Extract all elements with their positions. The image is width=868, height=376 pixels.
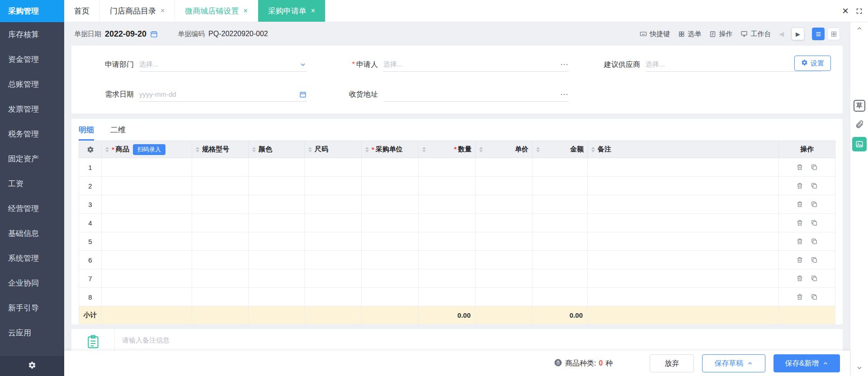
cell-size[interactable] [305, 251, 362, 269]
sidebar-item[interactable]: 总账管理 [0, 72, 64, 97]
settings-button[interactable]: 设置 [794, 56, 831, 71]
cell-qty[interactable] [419, 177, 476, 195]
sidebar-item[interactable]: 资金管理 [0, 47, 64, 72]
cell-color[interactable] [249, 269, 305, 288]
delete-row-icon[interactable] [796, 238, 803, 245]
image-icon[interactable] [852, 137, 867, 151]
copy-row-icon[interactable] [811, 201, 818, 208]
shortcut-keys-button[interactable]: 快捷键 [640, 30, 670, 38]
cell-spec[interactable] [192, 177, 249, 195]
cell-product[interactable] [102, 195, 192, 214]
calendar-icon[interactable] [299, 91, 307, 98]
cell-unit[interactable] [362, 195, 419, 214]
page-tab[interactable]: 门店商品目录 × [100, 0, 175, 22]
cell-spec[interactable] [192, 288, 249, 306]
cell-product[interactable] [102, 177, 192, 195]
cell-qty[interactable] [419, 288, 476, 306]
sidebar-item[interactable]: 云应用 [0, 320, 64, 345]
delete-row-icon[interactable] [796, 275, 803, 282]
cell-unit[interactable] [362, 214, 419, 232]
calendar-icon[interactable] [150, 30, 158, 38]
doc-code-value[interactable]: PQ-20220920-002 [208, 30, 268, 38]
cell-size[interactable] [305, 158, 362, 177]
sidebar-item[interactable]: 企业协同 [0, 271, 64, 296]
card-view-toggle[interactable] [827, 28, 840, 40]
tab-close-icon[interactable]: × [311, 7, 315, 15]
cell-product[interactable] [102, 214, 192, 232]
cell-price[interactable] [476, 232, 533, 251]
cell-remark[interactable] [588, 158, 779, 177]
sort-icon[interactable] [422, 147, 426, 152]
cell-color[interactable] [249, 288, 305, 306]
cell-unit[interactable] [362, 269, 419, 288]
cell-amount[interactable] [533, 195, 588, 214]
cell-remark[interactable] [588, 232, 779, 251]
cell-qty[interactable] [419, 232, 476, 251]
sidebar-item[interactable]: 固定资产 [0, 146, 64, 171]
cell-size[interactable] [305, 214, 362, 232]
cell-remark[interactable] [588, 177, 779, 195]
cell-qty[interactable] [419, 158, 476, 177]
cell-unit[interactable] [362, 251, 419, 269]
scroll-up-icon[interactable] [856, 25, 863, 32]
copy-row-icon[interactable] [811, 238, 818, 245]
sidebar-item[interactable]: 采购管理 [0, 0, 64, 22]
copy-row-icon[interactable] [811, 219, 818, 226]
cell-price[interactable] [476, 269, 533, 288]
cell-unit[interactable] [362, 288, 419, 306]
cell-unit[interactable] [362, 158, 419, 177]
ellipsis-picker-icon[interactable]: ··· [561, 61, 569, 68]
applicant-input[interactable]: 选择... ··· [383, 57, 569, 72]
tab-detail[interactable]: 明细 [79, 121, 94, 141]
cell-price[interactable] [476, 158, 533, 177]
sort-icon[interactable] [105, 147, 109, 152]
cell-product[interactable] [102, 232, 192, 251]
draft-icon[interactable]: 草 [854, 100, 865, 112]
cancel-button[interactable]: 放弃 [650, 354, 694, 372]
copy-row-icon[interactable] [811, 256, 818, 263]
doc-date-value[interactable]: 2022-09-20 [105, 29, 146, 39]
cell-qty[interactable] [419, 269, 476, 288]
cell-remark[interactable] [588, 251, 779, 269]
cell-remark[interactable] [588, 195, 779, 214]
cell-color[interactable] [249, 195, 305, 214]
sidebar-item[interactable]: 发票管理 [0, 97, 64, 122]
copy-row-icon[interactable] [811, 182, 818, 189]
cell-qty[interactable] [419, 251, 476, 269]
scan-entry-button[interactable]: 扫码录入 [133, 144, 165, 155]
delete-row-icon[interactable] [796, 219, 803, 226]
sort-icon[interactable] [252, 147, 256, 152]
cell-size[interactable] [305, 269, 362, 288]
cell-product[interactable] [102, 288, 192, 306]
need-date-input[interactable]: yyyy-mm-dd [139, 87, 307, 102]
cell-product[interactable] [102, 269, 192, 288]
delete-row-icon[interactable] [796, 164, 803, 171]
cell-price[interactable] [476, 251, 533, 269]
cell-size[interactable] [305, 288, 362, 306]
cell-price[interactable] [476, 288, 533, 306]
tab-close-icon[interactable]: × [243, 7, 247, 15]
cell-remark[interactable] [588, 269, 779, 288]
cell-spec[interactable] [192, 158, 249, 177]
cell-amount[interactable] [533, 177, 588, 195]
cell-unit[interactable] [362, 177, 419, 195]
sort-icon[interactable] [308, 147, 312, 152]
delete-row-icon[interactable] [796, 256, 803, 263]
cell-color[interactable] [249, 158, 305, 177]
sidebar-item[interactable]: 库存核算 [0, 22, 64, 47]
cell-color[interactable] [249, 232, 305, 251]
cell-price[interactable] [476, 195, 533, 214]
tab-close-icon[interactable]: × [160, 7, 165, 15]
cell-qty[interactable] [419, 195, 476, 214]
save-and-new-button[interactable]: 保存&新增 [774, 354, 840, 372]
page-tab[interactable]: 采购申请单 × [258, 0, 326, 22]
copy-row-icon[interactable] [811, 164, 818, 171]
address-input[interactable]: ··· [383, 87, 569, 102]
tab-matrix[interactable]: 二维 [110, 121, 126, 141]
sort-icon[interactable] [591, 147, 595, 152]
sort-icon[interactable] [479, 147, 483, 152]
sidebar-item[interactable]: 基础信息 [0, 221, 64, 246]
list-view-toggle[interactable] [812, 28, 825, 40]
sidebar-item[interactable]: 税务管理 [0, 122, 64, 146]
operations-button[interactable]: 操作 [709, 30, 732, 38]
